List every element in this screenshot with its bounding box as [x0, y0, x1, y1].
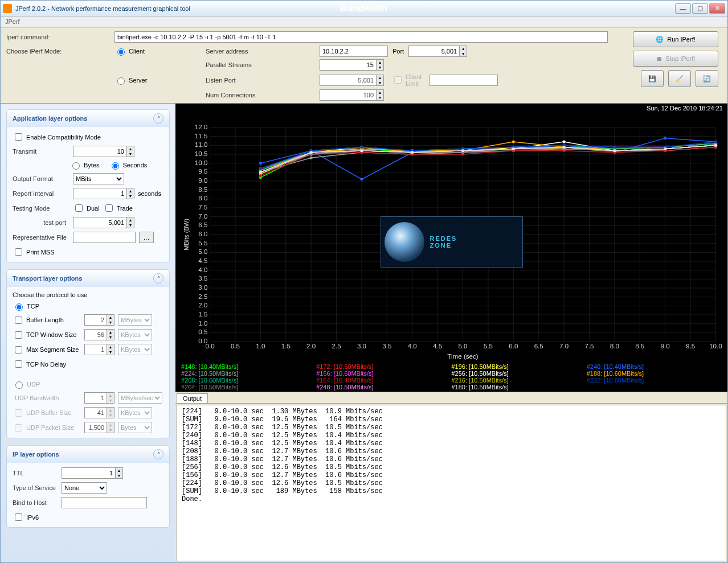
listen-port-input: [320, 75, 377, 86]
mode-label: Choose iPerf Mode:: [6, 48, 114, 55]
run-iperf-button[interactable]: 🌐Run IPerf!: [633, 31, 718, 47]
top-controls: Iperf command: 🌐Run IPerf! ⏹Stop IPerf! …: [1, 28, 727, 103]
server-address-input[interactable]: [320, 46, 388, 57]
svg-text:6.5: 6.5: [198, 222, 207, 229]
svg-point-169: [512, 141, 515, 143]
svg-text:8.5: 8.5: [198, 186, 207, 193]
app-layer-group: Application layer options˄ Enable Compat…: [6, 109, 170, 262]
bind-host-input[interactable]: [62, 497, 147, 508]
ip-layer-collapse[interactable]: ˄: [153, 449, 163, 459]
num-connections-label: Num Connections: [206, 92, 320, 98]
mss-check[interactable]: Max Segment Size: [13, 344, 81, 355]
output-format-select[interactable]: MBits: [73, 173, 124, 184]
mode-client-radio[interactable]: Client: [114, 47, 206, 56]
print-mss-check[interactable]: Print MSS: [13, 246, 163, 257]
svg-text:10.5: 10.5: [195, 150, 208, 157]
svg-point-206: [360, 146, 363, 149]
iperf-command-input[interactable]: [114, 31, 608, 43]
svg-text:11.5: 11.5: [195, 133, 208, 139]
transmit-label: Transmit: [13, 148, 69, 155]
menubar[interactable]: JPerf: [1, 17, 727, 28]
svg-point-242: [664, 147, 666, 150]
tcp-radio[interactable]: TCP: [13, 302, 163, 311]
svg-text:5.0: 5.0: [458, 343, 467, 350]
dual-check[interactable]: Dual: [73, 203, 100, 213]
buffer-length-unit: MBytes: [118, 314, 152, 326]
stop-iperf-button[interactable]: ⏹Stop IPerf!: [633, 51, 718, 67]
test-port-input[interactable]: [73, 217, 127, 228]
report-interval-input[interactable]: [73, 188, 127, 199]
port-down[interactable]: ▼: [460, 51, 467, 56]
ttl-input[interactable]: [62, 467, 116, 479]
svg-text:Time (sec): Time (sec): [447, 353, 478, 360]
parallel-streams-label: Parallel Streams: [206, 61, 320, 68]
tcp-window-unit: KBytes: [118, 329, 152, 340]
svg-text:6.5: 6.5: [534, 343, 543, 350]
svg-point-184: [259, 174, 262, 177]
buffer-length-check[interactable]: Buffer Length: [13, 315, 81, 326]
port-up[interactable]: ▲: [460, 46, 467, 51]
svg-text:10.0: 10.0: [195, 159, 208, 166]
app-window: JPerf 2.0.2 - Network performance measur…: [0, 0, 728, 563]
ttl-label: TTL: [13, 470, 58, 476]
svg-text:2.5: 2.5: [332, 343, 341, 350]
output-tab[interactable]: Output: [177, 393, 208, 403]
svg-text:5.5: 5.5: [198, 240, 207, 246]
trade-check[interactable]: Trade: [103, 203, 133, 213]
compat-mode-check[interactable]: Enable Compatibility Mode: [13, 131, 163, 142]
mode-server-radio[interactable]: Server: [114, 76, 206, 85]
mss-unit: KBytes: [118, 344, 152, 355]
svg-point-234: [259, 171, 262, 174]
parallel-streams-input[interactable]: [320, 59, 377, 71]
udp-bw-input: [84, 392, 107, 404]
udp-bw-unit: MBytes/sec: [118, 392, 162, 404]
transport-collapse[interactable]: ˄: [153, 273, 163, 283]
save-button[interactable]: 💾: [641, 70, 664, 87]
svg-text:4.5: 4.5: [433, 343, 442, 350]
svg-point-135: [310, 157, 313, 159]
udp-packet-unit: Bytes: [118, 422, 152, 433]
clear-button[interactable]: 🧹: [668, 70, 691, 87]
svg-text:5.5: 5.5: [484, 343, 493, 350]
tos-select[interactable]: None: [62, 482, 107, 494]
svg-point-160: [562, 141, 565, 143]
svg-point-124: [259, 162, 262, 165]
svg-text:3.5: 3.5: [382, 343, 391, 350]
refresh-button[interactable]: 🔄: [696, 70, 718, 87]
browse-button[interactable]: …: [139, 232, 154, 243]
tcp-nodelay-check[interactable]: TCP No Delay: [13, 359, 163, 369]
svg-text:6.0: 6.0: [509, 343, 518, 350]
representative-file-input[interactable]: [73, 232, 136, 243]
parallel-up[interactable]: ▲: [377, 60, 383, 65]
clear-icon: 🧹: [676, 75, 684, 83]
buffer-length-input: [84, 314, 107, 326]
testing-mode-label: Testing Mode: [13, 205, 69, 212]
report-interval-unit: seconds: [138, 190, 161, 197]
app-layer-collapse[interactable]: ˄: [153, 113, 163, 124]
svg-text:10.0: 10.0: [709, 343, 722, 350]
bind-host-label: Bind to Host: [13, 499, 58, 506]
udp-radio[interactable]: UDP: [13, 380, 163, 389]
output-textarea[interactable]: [224] 9.0-10.0 sec 1.30 MBytes 10.9 Mbit…: [177, 405, 726, 561]
svg-text:4.0: 4.0: [408, 343, 417, 350]
parallel-down[interactable]: ▼: [377, 65, 383, 70]
svg-text:3.0: 3.0: [357, 343, 366, 350]
tcp-window-check[interactable]: TCP Window Size: [13, 330, 81, 340]
udp-buffer-check: UDP Buffer Size: [13, 408, 81, 418]
svg-text:2.5: 2.5: [198, 293, 207, 300]
transmit-input[interactable]: [73, 146, 127, 157]
port-input[interactable]: [408, 46, 460, 57]
svg-text:9.0: 9.0: [661, 343, 670, 350]
choose-protocol-label: Choose the protocol to use: [13, 291, 163, 298]
globe-icon: [385, 222, 424, 262]
right-panel: Sun, 12 Dec 2010 18:24:21 Bandwidth 0.00…: [175, 104, 727, 562]
transmit-bytes-radio[interactable]: Bytes: [69, 161, 100, 170]
svg-text:7.5: 7.5: [198, 204, 207, 211]
svg-point-238: [461, 149, 464, 152]
svg-text:0.5: 0.5: [198, 329, 207, 336]
transmit-seconds-radio[interactable]: Seconds: [109, 161, 148, 170]
tcp-window-input: [84, 329, 107, 340]
mss-input: [84, 344, 107, 355]
left-panel: Application layer options˄ Enable Compat…: [1, 104, 175, 562]
ipv6-check[interactable]: IPv6: [13, 512, 163, 523]
